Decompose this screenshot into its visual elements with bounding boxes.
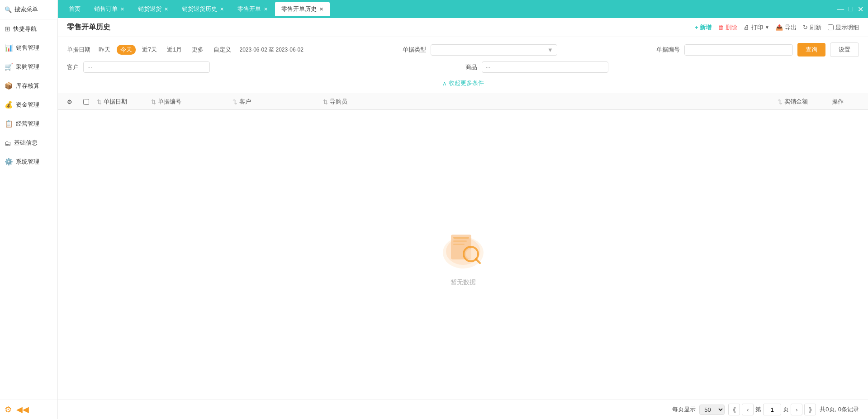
tab-close-icon[interactable]: ✕ [120, 6, 124, 12]
tab-label: 销售订单 [94, 5, 118, 13]
th-customer-sort-icon: ⇅ [232, 99, 237, 105]
total-info: 共0页, 0条记录 [820, 405, 859, 414]
page-header: 零售开单历史 + 新增 🗑 删除 🖨 打印 ▼ 📤 导出 ↻ [58, 18, 868, 37]
sidebar-item-base[interactable]: 🗂 基础信息 [0, 133, 57, 152]
per-page-label: 每页显示 [672, 405, 696, 414]
th-op: 操作 [827, 94, 863, 109]
query-button[interactable]: 查询 [797, 43, 825, 56]
finance-icon: 💰 [5, 101, 13, 109]
collapse-more-btn[interactable]: ∧ 收起更多条件 [67, 77, 859, 91]
th-flex [373, 98, 773, 105]
table-body: 暂无数据 [58, 110, 868, 400]
main-area: 首页销售订单✕销货退货✕销货退货历史✕零售开单✕零售开单历史✕ — □ ✕ 零售… [58, 0, 868, 419]
empty-illustration: 暂无数据 [438, 223, 488, 287]
sidebar-item-label: 系统管理 [16, 158, 39, 166]
delete-button[interactable]: 🗑 删除 [718, 24, 737, 32]
tab-retail-open[interactable]: 零售开单✕ [231, 2, 274, 16]
th-guide[interactable]: ⇅ 导购员 [318, 94, 373, 109]
sidebar-item-label: 销售管理 [16, 44, 39, 52]
sidebar-item-inventory[interactable]: 📦 库存核算 [0, 76, 57, 95]
show-detail-input[interactable] [828, 24, 834, 30]
tab-retail-open-history[interactable]: 零售开单历史✕ [275, 2, 330, 16]
sidebar-gear-icon[interactable]: ⚙ [5, 405, 12, 414]
print-arrow-icon: ▼ [765, 25, 769, 30]
export-button[interactable]: 📤 导出 [776, 24, 797, 32]
th-customer[interactable]: ⇅ 客户 [228, 94, 318, 109]
window-minimize-btn[interactable]: — [837, 5, 844, 13]
sidebar-search-label: 搜索采单 [14, 5, 38, 14]
order-no-input[interactable] [684, 44, 793, 56]
search-icon: 🔍 [5, 6, 12, 13]
order-type-select[interactable]: ▼ [431, 44, 557, 56]
sidebar-item-ops[interactable]: 📋 经营管理 [0, 114, 57, 133]
tab-label: 销货退货历史 [182, 5, 217, 13]
tab-label: 首页 [69, 5, 81, 13]
window-close-btn[interactable]: ✕ [858, 5, 863, 14]
tab-close-icon[interactable]: ✕ [319, 6, 323, 12]
info-icon: 🗂 [5, 139, 11, 147]
goods-input[interactable]: ··· [482, 61, 608, 73]
customer-input[interactable]: ··· [83, 61, 210, 73]
order-type-arrow-icon: ▼ [547, 47, 553, 53]
tab-home[interactable]: 首页 [62, 2, 87, 16]
refresh-button[interactable]: ↻ 刷新 [803, 24, 821, 32]
date-opt-近7天[interactable]: 近7天 [138, 45, 161, 55]
th-amount[interactable]: ⇅ 实销金额 [773, 94, 827, 109]
top-nav: 首页销售订单✕销货退货✕销货退货历史✕零售开单✕零售开单历史✕ — □ ✕ [58, 0, 868, 18]
export-icon: 📤 [776, 24, 783, 31]
collapse-up-icon: ∧ [442, 80, 447, 87]
page-prefix-label: 第 [755, 405, 761, 414]
print-button[interactable]: 🖨 打印 ▼ [744, 24, 769, 32]
toolbar: + 新增 🗑 删除 🖨 打印 ▼ 📤 导出 ↻ 刷新 [695, 24, 859, 32]
sidebar-item-finance[interactable]: 💰 资金管理 [0, 95, 57, 114]
tab-sales-return-history[interactable]: 销货退货历史✕ [175, 2, 230, 16]
th-check[interactable] [79, 95, 92, 108]
th-date[interactable]: ⇅ 单据日期 [92, 94, 147, 109]
tab-close-icon[interactable]: ✕ [164, 6, 168, 12]
first-page-btn[interactable]: ⟪ [728, 404, 740, 415]
window-maximize-btn[interactable]: □ [849, 5, 853, 13]
sidebar-item-system[interactable]: ⚙️ 系统管理 [0, 152, 57, 171]
date-opt-更多[interactable]: 更多 [188, 45, 207, 55]
settings-button[interactable]: 设置 [830, 42, 859, 57]
inventory-icon: 📦 [5, 82, 13, 90]
next-page-btn[interactable]: › [791, 404, 802, 415]
table-settings-icon: ⚙ [67, 99, 72, 105]
sidebar-collapse-icon[interactable]: ◀◀ [16, 405, 29, 414]
sidebar-search-btn[interactable]: 🔍 搜索采单 [0, 0, 57, 19]
order-type-label: 单据类型 [403, 46, 426, 54]
nav-icon: ⊞ [5, 25, 10, 33]
new-button[interactable]: + 新增 [695, 24, 711, 32]
last-page-btn[interactable]: ⟫ [804, 404, 816, 415]
th-amount-sort-icon: ⇅ [778, 99, 783, 105]
date-opt-自定义[interactable]: 自定义 [210, 45, 235, 55]
date-opt-昨天[interactable]: 昨天 [95, 45, 114, 55]
date-options: 昨天今天近7天近1月更多自定义 [95, 45, 235, 55]
show-detail-checkbox[interactable]: 显示明细 [828, 24, 859, 32]
select-all-checkbox[interactable] [83, 99, 89, 105]
svg-point-7 [466, 249, 476, 259]
tab-close-icon[interactable]: ✕ [264, 6, 268, 12]
sidebar-item-sales[interactable]: 📊 销售管理 [0, 38, 57, 57]
pagination: 每页显示 50 10 20 100 ⟪ ‹ 第 页 › ⟫ 共0页, 0条记录 [58, 400, 868, 419]
date-filter-label: 单据日期 [67, 46, 90, 54]
sidebar-item-quick-nav[interactable]: ⊞ 快捷导航 [0, 19, 57, 38]
per-page-select[interactable]: 50 10 20 100 [699, 405, 725, 415]
tab-close-icon[interactable]: ✕ [220, 6, 224, 12]
page-title: 零售开单历史 [67, 23, 110, 32]
tab-sales-order[interactable]: 销售订单✕ [88, 2, 131, 16]
page-number-input[interactable] [763, 404, 781, 415]
svg-rect-4 [453, 240, 467, 242]
date-opt-今天[interactable]: 今天 [117, 45, 136, 55]
tab-sales-return[interactable]: 销货退货✕ [132, 2, 175, 16]
sidebar-item-purchase[interactable]: 🛒 采购管理 [0, 57, 57, 76]
system-icon: ⚙️ [5, 158, 13, 166]
empty-text: 暂无数据 [451, 278, 476, 287]
prev-page-btn[interactable]: ‹ [742, 404, 754, 415]
date-opt-近1月[interactable]: 近1月 [163, 45, 185, 55]
empty-svg [438, 223, 488, 273]
th-order[interactable]: ⇅ 单据编号 [147, 94, 228, 109]
sidebar-item-label: 资金管理 [16, 101, 39, 109]
th-settings[interactable]: ⚙ [62, 95, 79, 109]
sidebar-bottom: ⚙ ◀◀ [0, 400, 57, 419]
